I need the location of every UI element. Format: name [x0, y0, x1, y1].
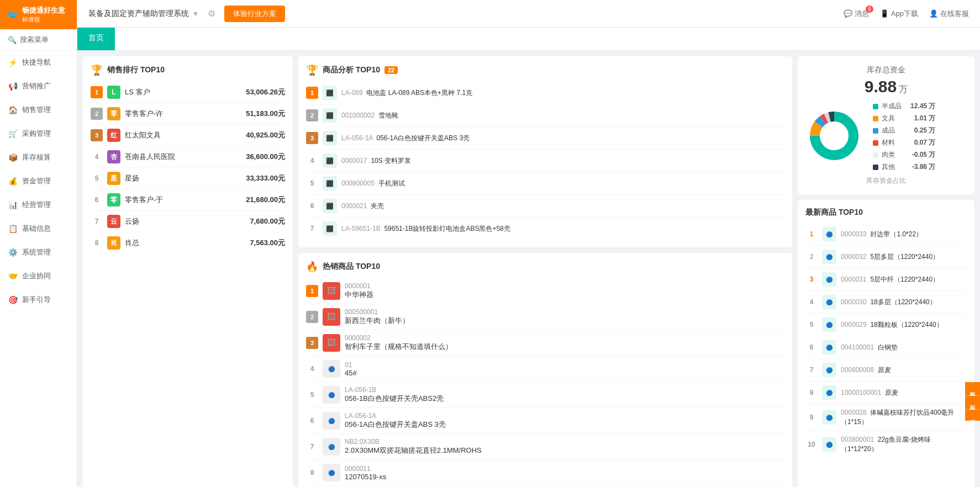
customer-name: 零售客户-于 — [125, 195, 241, 205]
hot-product-row: 8 🔵 0000011 12070519-xs — [306, 460, 784, 486]
product-info: 0000002 智利车子里（规格不知道填什么） — [345, 334, 784, 352]
rank-number: 7 — [805, 366, 818, 374]
product-code: 0000002 — [345, 334, 784, 342]
legend-dot — [873, 128, 878, 134]
customer-rank-row: 2 零 零售客户-许 51,183.00元 — [91, 103, 285, 125]
customer-avatar: L — [107, 86, 120, 99]
product-info: NB2.0X30B 2.0X30MM双搓花轴搓花直径2.1MM/ROHS — [345, 438, 784, 456]
customer-list: 1 L LS 客户 53,006.26元 2 零 零售客户-许 51,183.0… — [91, 82, 285, 253]
product-info: 0000021 夹壳 — [341, 202, 784, 211]
online-support-button[interactable]: 👤 在线客服 — [929, 9, 969, 19]
rank-number: 3 — [805, 276, 818, 283]
rank-number: 7 — [306, 223, 318, 235]
customer-amount: 40,925.00元 — [246, 130, 285, 140]
legend-label: 文具 — [882, 114, 895, 123]
tab-home[interactable]: 首页 — [77, 28, 115, 50]
sidebar-item-guide[interactable]: 🎯 新手引导 — [0, 288, 77, 312]
rank-number: 6 — [805, 343, 818, 351]
rank-number: 5 — [805, 321, 818, 329]
sidebar-item-basic-info[interactable]: 📋 基础信息 — [0, 217, 77, 241]
product-code: 0000011 — [345, 465, 784, 473]
rank-number: 3 — [306, 337, 318, 349]
settings-icon[interactable]: ⚙ — [208, 8, 215, 19]
legend-item: 半成品 12.45 万 — [873, 102, 935, 111]
sidebar-item-marketing[interactable]: 📢 营销推广 — [0, 75, 77, 98]
trial-button[interactable]: 体验行业方案 — [224, 6, 285, 22]
product-code: LA-056-1B — [345, 386, 784, 394]
service-community-button[interactable]: 服务社区 — [965, 396, 980, 410]
product-info: 0000017 10S 变料罗浆 — [341, 156, 784, 166]
app-download-button[interactable]: 📱 App下载 — [880, 9, 918, 19]
support-icon: 👤 — [929, 9, 938, 18]
legend-label: 成品 — [882, 126, 895, 135]
rank-number: 3 — [91, 129, 103, 141]
live-chat-button[interactable]: 直播 — [965, 410, 980, 421]
customer-amount: 21,680.00元 — [246, 195, 285, 205]
inventory-legend: 半成品 12.45 万 文具 1.01 万 成品 0.25 万 材料 0.07 … — [873, 102, 935, 172]
newest-product-row: 2 🔵 0000032 5层多层（1220*2440） — [805, 246, 967, 268]
hot-product-row: 6 🔵 LA-056-1A 056-1A白色按键开关盖ABS 3壳 — [306, 408, 784, 434]
guide-icon: 🎯 — [8, 295, 18, 305]
hot-product-row: 1 🖼 0000001 中华神器 — [306, 278, 784, 304]
product-info: 0000001 中华神器 — [345, 282, 784, 300]
product-thumb: ⬛ — [323, 176, 337, 190]
sidebar-item-sales[interactable]: 🏠 销售管理 — [0, 98, 77, 122]
product-thumb: 🔵 — [822, 385, 836, 400]
product-info: 000800005 手机测试 — [341, 179, 784, 188]
sidebar-item-enterprise[interactable]: 🤝 企业协同 — [0, 264, 77, 288]
product-thumb: 🔵 — [323, 360, 340, 378]
legend-value: -0.05 万 — [907, 150, 936, 160]
hot-products-title: 🔥 热销商品 TOP10 — [306, 261, 784, 273]
customer-avatar: 零 — [107, 193, 120, 207]
sidebar-item-inventory[interactable]: 📦 库存核算 — [0, 146, 77, 170]
product-thumb: 🔵 — [822, 227, 836, 241]
product-code: 000500001 — [345, 308, 784, 316]
product-thumb: ⬛ — [323, 221, 337, 236]
sold-rank-row: 6 ⬛ 0000021 夹壳 — [306, 195, 784, 218]
hot-products-card: 🔥 热销商品 TOP10 1 🖼 0000001 中华神器 2 🖼 000500… — [298, 253, 792, 487]
messages-button[interactable]: 💬 消息 6 — [844, 9, 869, 19]
basic-info-icon: 📋 — [8, 224, 18, 234]
rank-number: 2 — [306, 311, 318, 323]
customer-amount: 53,006.26元 — [246, 87, 285, 97]
search-icon: 🔍 — [8, 36, 17, 44]
newest-products-title: 最新商品 TOP10 — [805, 208, 967, 218]
nav-tabs: 首页 — [77, 28, 980, 51]
enterprise-icon: 🤝 — [8, 271, 18, 281]
sidebar-item-search[interactable]: 🔍 搜索菜单 — [0, 29, 77, 51]
hot-product-row: 3 🖼 0000002 智利车子里（规格不知道填什么） — [306, 330, 784, 356]
sidebar-item-quick-nav[interactable]: ⚡ 快捷导航 — [0, 51, 77, 75]
rank-number: 1 — [91, 86, 103, 98]
rank-number: 7 — [306, 441, 318, 453]
newest-product-row: 4 🔵 0000030 18多层（1220*2440） — [805, 291, 967, 314]
legend-value: 1.01 万 — [909, 114, 936, 123]
product-name: 2.0X30MM双搓花轴搓花直径2.1MM/ROHS — [345, 446, 784, 456]
product-thumb: ⬛ — [323, 199, 337, 213]
sold-rank-row: 3 ⬛ LA-056-1A 056-1A白色按键开关盖ABS 3壳 — [306, 127, 784, 150]
cs-hotline-button[interactable]: 客服热线 — [965, 382, 980, 396]
sidebar-item-purchase[interactable]: 🛒 采购管理 — [0, 122, 77, 146]
product-info: 001000002 雪地靴 — [341, 111, 784, 120]
customer-name: 肖总 — [125, 238, 245, 248]
customer-name: 红太阳文具 — [125, 130, 241, 140]
product-thumb: ⬛ — [323, 108, 337, 123]
sales-icon: 🏠 — [8, 105, 18, 115]
customer-rank-row: 6 零 零售客户-于 21,680.00元 — [91, 189, 285, 211]
inventory-sub-label: 库存资金占比 — [807, 176, 966, 186]
sidebar-item-system[interactable]: ⚙️ 系统管理 — [0, 241, 77, 264]
donut-chart — [807, 108, 862, 165]
rank-number: 8 — [306, 467, 318, 479]
rank-number: 10 — [805, 441, 818, 448]
customer-name: 零售客户-许 — [125, 109, 241, 119]
customer-amount: 36,600.00元 — [246, 152, 285, 162]
product-info: 0000029 18颗粒板（1220*2440） — [841, 320, 967, 330]
sidebar-item-finance[interactable]: 💰 资金管理 — [0, 170, 77, 193]
customer-amount: 51,183.00元 — [246, 109, 285, 119]
message-icon: 💬 — [844, 9, 852, 18]
sidebar-item-operations[interactable]: 📊 经营管理 — [0, 193, 77, 217]
product-image: 🖼 — [323, 282, 340, 300]
inventory-card: 库存总资金 9.88 万 — [798, 56, 974, 194]
sold-rank-row: 7 ⬛ LA-59651-1B 59651-1B旋转投影灯电池盒ABS黑色+58… — [306, 218, 784, 240]
product-thumb: 🔵 — [323, 412, 340, 430]
legend-item: 成品 0.25 万 — [873, 126, 935, 135]
